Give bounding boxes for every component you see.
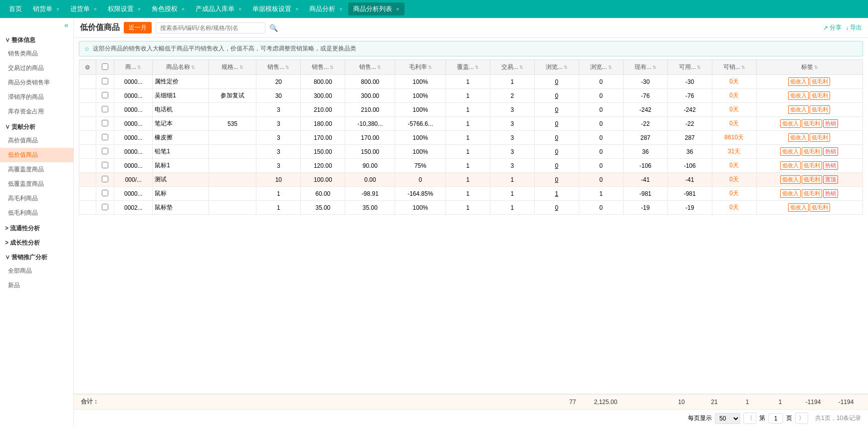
col-name[interactable]: 商品名称⇅: [153, 60, 209, 75]
search-icon[interactable]: 🔍: [269, 24, 278, 32]
nav-role[interactable]: 角色授权 ×: [147, 2, 190, 15]
row-gross-rate: 0: [395, 173, 445, 187]
sidebar-item-low-coverage[interactable]: 低覆盖度商品: [0, 177, 73, 191]
close-icon[interactable]: ×: [295, 6, 298, 12]
row-checkbox[interactable]: [96, 187, 114, 201]
col-tag[interactable]: 标签⇅: [756, 60, 863, 75]
row-select-checkbox[interactable]: [102, 204, 108, 210]
col-browse2[interactable]: 浏览...⇅: [579, 60, 623, 75]
share-button[interactable]: ↗ 分享: [823, 23, 842, 32]
nav-sales[interactable]: 销货单 ×: [28, 2, 64, 15]
row-checkbox[interactable]: [96, 145, 114, 159]
row-browse1[interactable]: 0: [534, 117, 579, 131]
row-select-checkbox[interactable]: [102, 190, 108, 196]
col-trade[interactable]: 交易...⇅: [490, 60, 534, 75]
page-size-select[interactable]: 50 100: [715, 413, 740, 424]
row-checkbox[interactable]: [96, 173, 114, 187]
row-days: 0天: [712, 159, 756, 173]
sidebar-group-growth[interactable]: > 成长性分析: [0, 235, 73, 249]
sidebar-item-high-margin[interactable]: 高毛利商品: [0, 191, 73, 206]
collapse-button[interactable]: «: [62, 20, 70, 30]
row-spec: [209, 187, 256, 201]
row-checkbox[interactable]: [96, 103, 114, 117]
row-checkbox[interactable]: [96, 201, 114, 215]
col-code[interactable]: 商...⇅: [114, 60, 153, 75]
close-icon[interactable]: ×: [94, 6, 97, 12]
row-browse1[interactable]: 1: [534, 187, 579, 201]
filter-button[interactable]: 近一月: [124, 22, 152, 33]
col-sales-qty[interactable]: 销售...⇅: [256, 60, 301, 75]
sidebar-item-low-value[interactable]: 低价值商品: [0, 148, 73, 162]
row-gross-rate: 100%: [395, 145, 445, 159]
nav-permission[interactable]: 权限设置 ×: [103, 2, 146, 15]
col-check[interactable]: [96, 60, 114, 75]
row-checkbox[interactable]: [96, 117, 114, 131]
sidebar-item-traded-goods[interactable]: 交易过的商品: [0, 61, 73, 75]
col-current[interactable]: 现有...⇅: [623, 60, 667, 75]
row-browse1[interactable]: 0: [534, 145, 579, 159]
search-input[interactable]: [156, 22, 265, 33]
col-browse1[interactable]: 浏览...⇅: [534, 60, 579, 75]
select-all-checkbox[interactable]: [102, 63, 108, 70]
sidebar-item-sales-goods[interactable]: 销售类商品: [0, 46, 73, 61]
sidebar-item-all-goods[interactable]: 全部商品: [0, 264, 73, 278]
sidebar-item-inventory-capital[interactable]: 库存资金占用: [0, 104, 73, 119]
sidebar-group-marketing[interactable]: ∨ 营销推广分析: [0, 249, 73, 264]
row-browse1[interactable]: 0: [534, 173, 579, 187]
row-browse1[interactable]: 0: [534, 201, 579, 215]
nav-product-in[interactable]: 产成品入库单 ×: [191, 2, 246, 15]
col-available[interactable]: 可用...⇅: [667, 60, 712, 75]
row-select-checkbox[interactable]: [102, 176, 108, 182]
row-select-checkbox[interactable]: [102, 78, 108, 84]
nav-purchase[interactable]: 进货单 ×: [65, 2, 102, 15]
sidebar-item-slow-goods[interactable]: 滞销序的商品: [0, 90, 73, 104]
col-coverage[interactable]: 覆盖...⇅: [445, 60, 490, 75]
row-current: -30: [623, 75, 667, 89]
sidebar-item-category-sales[interactable]: 商品分类销售率: [0, 75, 73, 90]
row-select-checkbox[interactable]: [102, 92, 108, 98]
col-spec[interactable]: 规格...⇅: [209, 60, 256, 75]
row-browse1[interactable]: 0: [534, 103, 579, 117]
row-select-checkbox[interactable]: [102, 148, 108, 154]
col-sales-price[interactable]: 销售...⇅: [301, 60, 345, 75]
nav-goods-list[interactable]: 商品分析列表 ×: [348, 2, 404, 15]
close-icon[interactable]: ×: [238, 6, 241, 12]
col-gross-rate[interactable]: 毛利率⇅: [395, 60, 445, 75]
row-select-checkbox[interactable]: [102, 120, 108, 126]
nav-goods-analysis[interactable]: 商品分析 ×: [304, 2, 347, 15]
close-icon[interactable]: ×: [396, 6, 399, 12]
nav-home[interactable]: 首页: [4, 2, 27, 15]
export-button[interactable]: ↓ 导出: [846, 23, 862, 32]
row-select-checkbox[interactable]: [102, 134, 108, 140]
sidebar-item-low-margin[interactable]: 低毛利商品: [0, 206, 73, 220]
row-checkbox[interactable]: [96, 75, 114, 89]
close-icon[interactable]: ×: [339, 6, 342, 12]
sidebar-item-high-coverage[interactable]: 高覆盖度商品: [0, 162, 73, 177]
row-current: -41: [623, 173, 667, 187]
nav-template[interactable]: 单据模板设置 ×: [247, 2, 303, 15]
prev-page-button[interactable]: 〈: [743, 413, 756, 424]
next-page-button[interactable]: 〉: [795, 413, 808, 424]
close-icon[interactable]: ×: [138, 6, 141, 12]
col-sales-amount[interactable]: 销售...⇅: [345, 60, 395, 75]
page-number-input[interactable]: [768, 414, 783, 424]
row-browse1[interactable]: 0: [534, 75, 579, 89]
row-browse1[interactable]: 0: [534, 159, 579, 173]
sidebar-group-overall[interactable]: ∨ 整体信息: [0, 32, 73, 46]
sidebar-item-high-value[interactable]: 高价值商品: [0, 133, 73, 148]
sidebar-item-new-goods[interactable]: 新品: [0, 278, 73, 293]
row-checkbox[interactable]: [96, 131, 114, 145]
close-icon[interactable]: ×: [56, 6, 59, 12]
row-browse1[interactable]: 0: [534, 89, 579, 103]
col-settings[interactable]: ⚙: [79, 60, 96, 75]
close-icon[interactable]: ×: [182, 6, 185, 12]
row-browse1[interactable]: 0: [534, 131, 579, 145]
col-saleable[interactable]: 可销...⇅: [712, 60, 756, 75]
row-checkbox[interactable]: [96, 159, 114, 173]
sidebar-group-liquidity[interactable]: > 流通性分析: [0, 220, 73, 235]
row-checkbox[interactable]: [96, 89, 114, 103]
row-gross-rate: 100%: [395, 103, 445, 117]
sidebar-group-contribution[interactable]: ∨ 贡献分析: [0, 119, 73, 133]
row-select-checkbox[interactable]: [102, 162, 108, 168]
row-select-checkbox[interactable]: [102, 106, 108, 112]
